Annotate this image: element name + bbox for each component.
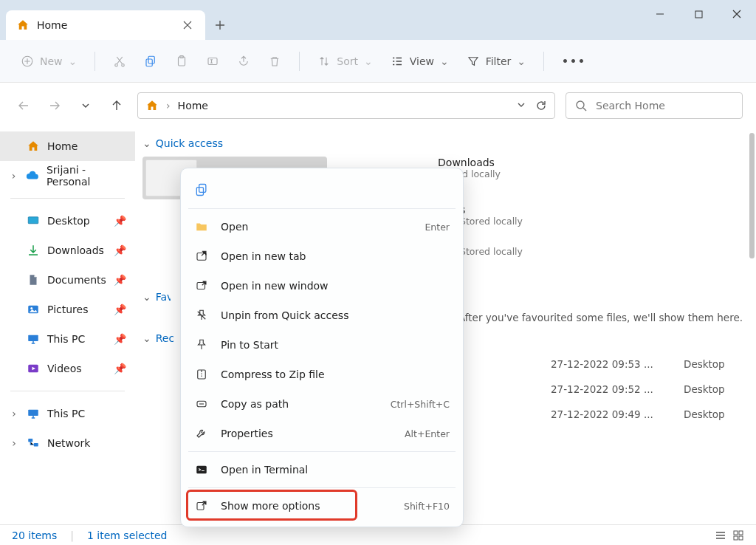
sidebar-item-onedrive[interactable]: › Srijani - Personal xyxy=(0,161,135,191)
maximize-button[interactable] xyxy=(679,0,718,28)
close-tab-icon[interactable] xyxy=(180,18,195,32)
recent-location: Desktop xyxy=(684,358,743,370)
pin-icon xyxy=(194,338,209,352)
view-label: View xyxy=(410,55,434,67)
sidebar-item-videos[interactable]: Videos📌 xyxy=(0,354,135,383)
desktop-icon xyxy=(27,214,40,227)
shortcut: Alt+Enter xyxy=(405,428,450,439)
sidebar-item-documents[interactable]: Documents📌 xyxy=(0,265,135,295)
quick-access-item[interactable]: sStored locally xyxy=(460,204,645,227)
context-open-new-window[interactable]: Open in new window xyxy=(181,271,463,301)
context-terminal[interactable]: Open in Terminal xyxy=(181,455,463,484)
pin-icon[interactable]: 📌 xyxy=(114,363,126,374)
video-icon xyxy=(27,362,40,375)
svg-rect-20 xyxy=(739,531,743,535)
refresh-icon[interactable] xyxy=(535,100,547,112)
address-bar[interactable]: › Home xyxy=(137,92,555,119)
chevron-down-icon: ⌄ xyxy=(142,332,151,344)
context-open-new-tab[interactable]: Open in new tab xyxy=(181,241,463,271)
pin-icon[interactable]: 📌 xyxy=(114,333,126,345)
share-button[interactable] xyxy=(230,47,258,75)
copy-button[interactable] xyxy=(137,47,165,75)
scrollbar[interactable] xyxy=(746,133,755,517)
sidebar-item-pictures[interactable]: Pictures📌 xyxy=(0,295,135,324)
unpin-icon xyxy=(194,309,209,322)
context-menu: OpenEnter Open in new tab Open in new wi… xyxy=(180,168,464,527)
chevron-down-icon: ⌄ xyxy=(440,55,449,67)
filter-button[interactable]: Filter ⌄ xyxy=(459,47,533,75)
rename-button[interactable] xyxy=(199,47,227,75)
qa-subtitle: Stored locally xyxy=(460,216,523,227)
pin-icon[interactable]: 📌 xyxy=(114,215,126,227)
context-copy-path[interactable]: Copy as pathCtrl+Shift+C xyxy=(181,389,463,419)
chevron-right-icon[interactable]: › xyxy=(9,170,18,182)
chevron-down-icon[interactable] xyxy=(516,100,526,112)
sidebar-item-label: Documents xyxy=(47,274,106,286)
pin-icon[interactable]: 📌 xyxy=(114,304,126,315)
forward-button[interactable] xyxy=(44,95,65,116)
details-view-icon[interactable] xyxy=(715,529,726,541)
chevron-right-icon[interactable]: › xyxy=(9,408,19,419)
delete-button[interactable] xyxy=(261,47,289,75)
toolbar: New ⌄ Sort ⌄ View ⌄ Filter ⌄ ••• xyxy=(0,40,756,83)
more-button[interactable]: ••• xyxy=(554,47,594,75)
up-button[interactable] xyxy=(106,95,127,116)
copy-icon[interactable] xyxy=(194,182,209,197)
svg-rect-24 xyxy=(196,188,203,196)
chevron-right-icon[interactable]: › xyxy=(9,437,19,449)
qa-subtitle: Stored locally xyxy=(460,246,523,257)
sidebar-item-network[interactable]: ›Network xyxy=(0,428,135,458)
new-tab-button[interactable] xyxy=(205,10,235,40)
paste-button[interactable] xyxy=(168,47,196,75)
separator xyxy=(188,487,456,488)
separator xyxy=(10,391,125,391)
section-quick-access[interactable]: ⌄Quick access xyxy=(142,137,743,149)
sidebar-item-home[interactable]: Home xyxy=(0,131,135,161)
window-tab[interactable]: Home xyxy=(6,10,205,40)
pin-icon[interactable]: 📌 xyxy=(114,244,126,256)
search-box[interactable] xyxy=(566,92,743,119)
sidebar-item-downloads[interactable]: Downloads📌 xyxy=(0,236,135,265)
search-input[interactable] xyxy=(594,99,733,112)
new-tab-icon xyxy=(194,250,209,263)
context-pin-start[interactable]: Pin to Start xyxy=(181,330,463,360)
context-open[interactable]: OpenEnter xyxy=(181,212,463,241)
context-properties[interactable]: PropertiesAlt+Enter xyxy=(181,419,463,448)
context-label: Copy as path xyxy=(221,398,289,410)
selection-count: 1 item selected xyxy=(87,529,168,541)
home-icon xyxy=(27,140,40,153)
qa-title: Downloads xyxy=(438,157,475,168)
quick-access-item[interactable]: Stored locally xyxy=(460,246,645,257)
sidebar-item-thispc[interactable]: This PC📌 xyxy=(0,324,135,354)
sidebar-item-label: This PC xyxy=(47,333,85,345)
svg-rect-21 xyxy=(734,536,738,540)
close-window-button[interactable] xyxy=(718,0,756,28)
context-show-more[interactable]: Show more optionsShift+F10 xyxy=(181,491,463,521)
pin-icon[interactable]: 📌 xyxy=(114,274,126,286)
minimize-button[interactable] xyxy=(641,0,679,28)
recent-date: 27-12-2022 09:52 ... xyxy=(551,383,662,395)
copy-path-icon xyxy=(194,397,209,411)
new-label: New xyxy=(40,55,63,67)
context-unpin[interactable]: Unpin from Quick access xyxy=(181,301,463,330)
svg-rect-29 xyxy=(196,466,207,474)
scrollbar-thumb[interactable] xyxy=(749,133,755,258)
folder-icon xyxy=(194,220,209,233)
context-label: Open in new tab xyxy=(221,250,306,262)
sidebar-item-label: Pictures xyxy=(47,304,88,315)
sidebar-item-desktop[interactable]: Desktop📌 xyxy=(0,206,135,236)
quick-access-item[interactable]: DownloadsStored locally xyxy=(438,157,622,179)
new-button[interactable]: New ⌄ xyxy=(13,47,84,75)
recent-locations-button[interactable] xyxy=(75,95,96,116)
thumbnails-view-icon[interactable] xyxy=(732,529,744,541)
sort-button[interactable]: Sort ⌄ xyxy=(310,47,379,75)
filter-label: Filter xyxy=(486,55,512,67)
view-button[interactable]: View ⌄ xyxy=(383,47,456,75)
back-button[interactable] xyxy=(13,95,34,116)
cut-button[interactable] xyxy=(106,47,134,75)
network-icon xyxy=(27,436,40,450)
recent-date: 27-12-2022 09:49 ... xyxy=(551,408,662,420)
sidebar-item-thispc2[interactable]: ›This PC xyxy=(0,399,135,428)
context-zip[interactable]: Compress to Zip file xyxy=(181,360,463,389)
breadcrumb-home[interactable]: Home xyxy=(178,100,208,112)
